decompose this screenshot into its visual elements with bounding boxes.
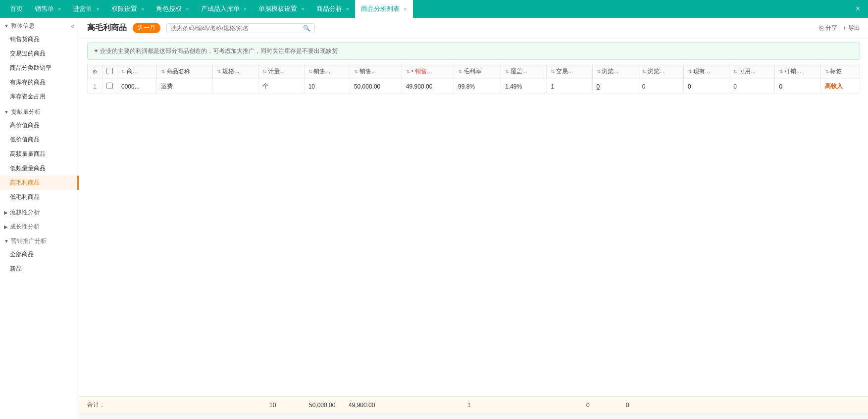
share-button[interactable]: ⎘ 分享: [819, 24, 837, 32]
sidebar-item-high-margin[interactable]: 高毛利商品: [0, 176, 79, 190]
cell-sales-cost: 49,900.00: [402, 79, 454, 94]
search-input[interactable]: [171, 25, 301, 32]
footer-browse1: [503, 402, 543, 409]
col-available[interactable]: 可用...: [729, 64, 775, 79]
sidebar-group-overall[interactable]: ▼ 整体信息: [0, 18, 79, 32]
sidebar-item-high-freq[interactable]: 高频量量商品: [0, 147, 79, 161]
arrow-icon: ▼: [4, 238, 9, 244]
nav-tab-template-settings[interactable]: 单据模板设置 ×: [253, 0, 310, 18]
col-gross-rate[interactable]: 毛利率: [454, 64, 501, 79]
col-tag[interactable]: 标签: [820, 64, 860, 79]
sidebar-group-growth[interactable]: ▶ 成长性分析: [0, 219, 79, 233]
close-product-entry-tab[interactable]: ×: [244, 6, 247, 12]
close-product-analysis-list-tab[interactable]: ×: [404, 6, 407, 12]
cell-sales-qty: 10: [304, 79, 350, 94]
sidebar-item-inventory-goods[interactable]: 有库存的商品: [0, 75, 79, 90]
export-icon: ↑: [843, 24, 847, 32]
cell-browse2: 0: [638, 79, 683, 94]
search-icon[interactable]: 🔍: [303, 25, 310, 32]
sidebar-item-all-goods[interactable]: 全部商品: [0, 247, 79, 262]
sidebar-item-traded-goods[interactable]: 交易过的商品: [0, 47, 79, 61]
row-checkbox[interactable]: [106, 83, 113, 89]
col-sales-cost[interactable]: • 销售...: [402, 64, 454, 79]
close-role-permission-tab[interactable]: ×: [186, 6, 189, 12]
row-checkbox-cell[interactable]: [102, 79, 117, 94]
footer-sales-qty: 10: [265, 402, 305, 409]
col-checkbox[interactable]: [102, 64, 117, 79]
col-unit[interactable]: 计量...: [258, 64, 304, 79]
nav-tab-home[interactable]: 首页: [4, 0, 29, 18]
cell-browse1[interactable]: 0: [592, 79, 638, 94]
cell-available: 0: [729, 79, 775, 94]
close-product-analysis-tab[interactable]: ×: [346, 6, 349, 12]
nav-tab-sales[interactable]: 销售单 ×: [29, 0, 67, 18]
footer-available: 0: [622, 402, 662, 409]
nav-tab-product-analysis-list[interactable]: 商品分析列表 ×: [355, 0, 412, 18]
sidebar-item-high-value[interactable]: 高价值商品: [0, 118, 79, 133]
col-trade[interactable]: 交易...: [547, 64, 592, 79]
sidebar: « ▼ 整体信息 销售货商品 交易过的商品 商品分类助销率 有库存的商品 库存资…: [0, 18, 79, 419]
filter-recent-month-button[interactable]: 近一月: [133, 23, 160, 33]
nav-tab-purchase[interactable]: 进货单 ×: [67, 0, 105, 18]
col-sellable[interactable]: 可销...: [775, 64, 820, 79]
cell-coverage: 1.49%: [501, 79, 547, 94]
sidebar-collapse-button[interactable]: «: [71, 22, 75, 30]
nav-tab-product-entry[interactable]: 产成品入库单 ×: [195, 0, 253, 18]
sidebar-group-treasure[interactable]: ▼ 贡献量分析: [0, 104, 79, 118]
share-icon: ⎘: [819, 24, 823, 32]
table-footer: 合计： 10 50,000.00 49,900.00 1 0 0: [79, 396, 868, 413]
footer-values: 10 50,000.00 49,900.00 1 0 0: [117, 402, 860, 409]
sidebar-item-low-margin[interactable]: 低毛利商品: [0, 190, 79, 204]
close-purchase-tab[interactable]: ×: [96, 6, 99, 12]
cell-unit: 个: [258, 79, 304, 94]
table-wrapper: ⚙ 商... 商品名称 规格... 计量... 销售... 销售... • 销售…: [79, 64, 868, 396]
col-name[interactable]: 商品名称: [157, 64, 213, 79]
col-coverage[interactable]: 覆盖...: [501, 64, 547, 79]
col-sales-qty[interactable]: 销售...: [304, 64, 350, 79]
search-box: 🔍: [166, 23, 315, 33]
col-browse1[interactable]: 浏览...: [592, 64, 638, 79]
close-all-button[interactable]: ×: [852, 4, 864, 13]
footer-gross-rate: [384, 402, 424, 409]
col-settings[interactable]: ⚙: [88, 64, 102, 79]
nav-tab-product-analysis[interactable]: 商品分析 ×: [310, 0, 355, 18]
close-permission-settings-tab[interactable]: ×: [141, 6, 144, 12]
table-header-row: ⚙ 商... 商品名称 规格... 计量... 销售... 销售... • 销售…: [88, 64, 860, 79]
cell-trade: 1: [547, 79, 592, 94]
export-button[interactable]: ↑ 导出: [843, 24, 861, 32]
sidebar-item-new-goods[interactable]: 新品: [0, 262, 79, 276]
close-template-settings-tab[interactable]: ×: [301, 6, 304, 12]
arrow-icon: ▶: [4, 224, 8, 230]
footer-label: 合计：: [87, 401, 117, 409]
cell-code: 0000...: [117, 79, 157, 94]
sidebar-group-marketing[interactable]: ▼ 营销推广分析: [0, 233, 79, 247]
horizontal-scrollbar[interactable]: [79, 413, 868, 419]
col-sales-amount[interactable]: 销售...: [350, 64, 402, 79]
col-browse2[interactable]: 浏览...: [638, 64, 683, 79]
col-spec[interactable]: 规格...: [213, 64, 258, 79]
nav-tab-permission-settings[interactable]: 权限设置 ×: [105, 0, 150, 18]
info-banner: ✦ 企业的主要的利润都是这部分商品创造的，可考虑加大推广，同时关注库存是不要出现…: [87, 43, 860, 60]
col-current[interactable]: 现有...: [684, 64, 729, 79]
cell-spec: [213, 79, 258, 94]
arrow-icon: ▼: [4, 23, 9, 29]
nav-tab-role-permission[interactable]: 角色授权 ×: [150, 0, 195, 18]
sidebar-item-inventory-ratio[interactable]: 库存资金占用: [0, 90, 79, 104]
sidebar-group-trend[interactable]: ▶ 流趋性分析: [0, 204, 79, 219]
arrow-icon: ▼: [4, 109, 9, 115]
close-sales-tab[interactable]: ×: [58, 6, 61, 12]
sidebar-item-sales-goods[interactable]: 销售货商品: [0, 32, 79, 47]
sidebar-item-low-value[interactable]: 低价值商品: [0, 133, 79, 147]
footer-browse2: [543, 402, 582, 409]
select-all-checkbox[interactable]: [106, 68, 113, 74]
sidebar-item-goods-assist[interactable]: 商品分类助销率: [0, 61, 79, 75]
footer-current: 0: [582, 402, 622, 409]
page-title: 高毛利商品: [87, 23, 127, 33]
col-code[interactable]: 商...: [117, 64, 157, 79]
footer-coverage: [424, 402, 463, 409]
content-header: 高毛利商品 近一月 🔍 ⎘ 分享 ↑ 导出: [79, 18, 868, 39]
data-table: ⚙ 商... 商品名称 规格... 计量... 销售... 销售... • 销售…: [87, 64, 860, 94]
top-navigation: 首页 销售单 × 进货单 × 权限设置 × 角色授权 × 产成品入库单 × 单据…: [0, 0, 868, 18]
cell-sales-amount: 50,000.00: [350, 79, 402, 94]
sidebar-item-low-freq[interactable]: 低频量量商品: [0, 161, 79, 176]
